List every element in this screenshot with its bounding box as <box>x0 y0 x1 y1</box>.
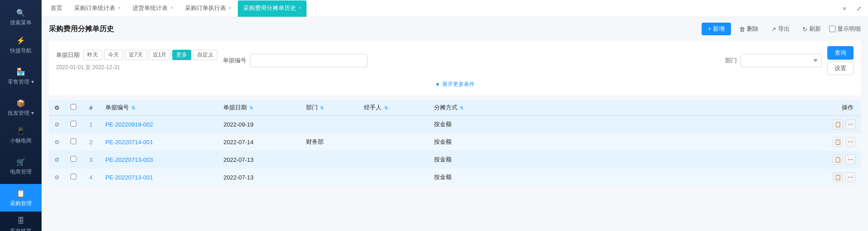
more-btn-0[interactable]: ⋯ <box>845 119 855 129</box>
tab-purchase-order-exec[interactable]: 采购订单执行表× <box>179 0 237 17</box>
date-7days-btn[interactable]: 近7天 <box>125 50 147 60</box>
export-button[interactable]: ↗ 导出 <box>767 23 794 35</box>
sidebar-item-shortcut[interactable]: ⚡快捷导航 <box>0 31 42 59</box>
view-btn-2[interactable]: 📋 <box>833 155 843 165</box>
sidebar-item-purchase[interactable]: 📋采购管理 <box>0 184 42 212</box>
row-checkbox-0[interactable] <box>65 116 82 133</box>
col-handler-header[interactable]: 经手人 ⇅ <box>359 100 429 116</box>
tabs-bar: 首页采购订单统计表×进货单统计表×采购订单执行表×采购费用分摊单历史× × ⤢ <box>42 0 868 17</box>
doc-link-2[interactable]: PE-20220713-003 <box>105 156 153 163</box>
row-num-2: 3 <box>82 151 100 169</box>
sort-split-icon: ⇅ <box>460 105 463 110</box>
row-checkbox-1[interactable] <box>65 133 82 151</box>
doc-link-1[interactable]: PE-20220714-001 <box>105 139 153 146</box>
date-more-btn[interactable]: 更多 <box>172 50 191 60</box>
date-custom-btn[interactable]: 自定义 <box>193 50 217 60</box>
doc-link-0[interactable]: PE-20220919-002 <box>105 121 153 128</box>
row-date-2: 2022-07-13 <box>218 151 301 169</box>
row-split-2: 按金额 <box>429 151 793 169</box>
filter-settings-button[interactable]: 设置 <box>827 61 854 75</box>
sidebar-item-inventory[interactable]: 🗄库存核算 <box>0 212 42 231</box>
refresh-icon: ↻ <box>802 26 807 33</box>
more-btn-3[interactable]: ⋯ <box>845 172 855 182</box>
more-btn-2[interactable]: ⋯ <box>845 155 855 165</box>
close-all-tabs-button[interactable]: × <box>839 3 850 14</box>
row-split-3: 按金额 <box>429 169 793 186</box>
add-button[interactable]: + 新增 <box>702 23 731 35</box>
sidebar-item-mini[interactable]: 📱小畅电商 <box>0 122 42 149</box>
date-1month-btn[interactable]: 近1月 <box>149 50 171 60</box>
tab-home[interactable]: 首页 <box>45 0 68 17</box>
sort-date-icon: ⇅ <box>250 105 253 110</box>
doc-link-3[interactable]: PE-20220713-001 <box>105 174 153 181</box>
tab-actions: × ⤢ <box>839 3 864 14</box>
row-gear-0[interactable]: ⚙ <box>49 116 65 133</box>
refresh-button[interactable]: ↻ 刷新 <box>798 23 826 35</box>
view-btn-3[interactable]: 📋 <box>833 172 843 182</box>
search-icon: 🔍 <box>2 8 40 18</box>
trash-icon: 🗑 <box>739 26 745 33</box>
col-num-header: # <box>82 100 100 116</box>
view-btn-0[interactable]: 📋 <box>833 119 843 129</box>
sidebar-item-ecom[interactable]: 🛒电商管理 <box>0 153 42 180</box>
tab-label-home: 首页 <box>51 4 62 12</box>
query-button[interactable]: 查询 <box>827 46 854 60</box>
query-btn-group: 查询 设置 <box>827 46 854 75</box>
show-cols-checkbox[interactable] <box>829 26 835 32</box>
sidebar-item-label: 零售管理 ▾ <box>8 79 33 85</box>
close-tab-purchase-order-stats-icon[interactable]: × <box>118 5 121 10</box>
table-row: ⚙ 1 PE-20220919-002 2022-09-19 按金额 📋 ⋯ <box>49 116 861 133</box>
row-gear-1[interactable]: ⚙ <box>49 133 65 151</box>
chevron-down-icon: ▼ <box>435 81 440 88</box>
row-num-0: 1 <box>82 116 100 133</box>
table-header-row: ⚙ # 单据编号 ⇅ 单据日期 ⇅ <box>49 100 861 116</box>
more-btn-1[interactable]: ⋯ <box>845 137 855 147</box>
date-yesterday-btn[interactable]: 昨天 <box>83 50 102 60</box>
shortcut-icon: ⚡ <box>2 36 40 46</box>
doc-no-input[interactable] <box>250 54 368 67</box>
row-handler-0 <box>359 116 429 133</box>
col-date-header[interactable]: 单据日期 ⇅ <box>218 100 301 116</box>
data-table-container: ⚙ # 单据编号 ⇅ 单据日期 ⇅ <box>49 100 861 186</box>
sidebar-item-label: 快捷导航 <box>10 47 32 54</box>
col-dept-header[interactable]: 部门 ⇅ <box>301 100 359 116</box>
action-btns-3: 📋 ⋯ <box>799 172 855 182</box>
row-docno-3: PE-20220713-001 <box>100 169 218 186</box>
tab-purchase-cost-history[interactable]: 采购费用分摊单历史× <box>238 0 307 17</box>
select-all-checkbox[interactable] <box>71 104 76 110</box>
expand-more-button[interactable]: ▼ 展开更多条件 <box>435 80 475 88</box>
tab-purchase-order-stats[interactable]: 采购订单统计表× <box>69 0 126 17</box>
sidebar-item-retail[interactable]: 🏪零售管理 ▾ <box>0 62 42 90</box>
col-docno-header[interactable]: 单据编号 ⇅ <box>100 100 218 116</box>
view-btn-1[interactable]: 📋 <box>833 137 843 147</box>
table-row: ⚙ 2 PE-20220714-001 2022-07-14 财务部 按金额 📋… <box>49 133 861 151</box>
row-actions-0: 📋 ⋯ <box>793 116 861 133</box>
data-table: ⚙ # 单据编号 ⇅ 单据日期 ⇅ <box>49 100 861 186</box>
show-cols-label[interactable]: 显示明细 <box>829 25 861 33</box>
col-settings-header[interactable]: ⚙ <box>49 100 65 116</box>
row-gear-3[interactable]: ⚙ <box>49 169 65 186</box>
ecom-icon: 🛒 <box>2 157 40 167</box>
close-tab-inbound-stats-icon[interactable]: × <box>170 5 173 10</box>
row-docno-1: PE-20220714-001 <box>100 133 218 151</box>
sidebar-item-search[interactable]: 🔍搜索菜单 <box>0 4 42 31</box>
date-quick-btns: 昨天 今天 近7天 近1月 更多 自定义 <box>83 50 217 60</box>
sidebar-item-wholesale[interactable]: 📦批发管理 ▾ <box>0 94 42 122</box>
close-tab-purchase-order-exec-icon[interactable]: × <box>229 5 231 10</box>
table-row: ⚙ 4 PE-20220713-001 2022-07-13 按金额 📋 ⋯ <box>49 169 861 186</box>
close-tab-purchase-cost-history-icon[interactable]: × <box>299 5 302 10</box>
row-dept-1: 财务部 <box>301 133 359 151</box>
row-docno-2: PE-20220713-003 <box>100 151 218 169</box>
col-checkbox-header <box>65 100 82 116</box>
date-today-btn[interactable]: 今天 <box>104 50 123 60</box>
dept-select[interactable] <box>741 54 822 67</box>
row-gear-2[interactable]: ⚙ <box>49 151 65 169</box>
purchase-icon: 📋 <box>2 189 40 198</box>
row-checkbox-2[interactable] <box>65 151 82 169</box>
fullscreen-button[interactable]: ⤢ <box>854 3 864 14</box>
filter-row-1: 单据日期 昨天 今天 近7天 近1月 更多 自定义 2022-01-01 至 2… <box>56 46 854 75</box>
row-checkbox-3[interactable] <box>65 169 82 186</box>
delete-button[interactable]: 🗑 删除 <box>735 23 763 35</box>
col-split-header[interactable]: 分摊方式 ⇅ <box>429 100 793 116</box>
tab-inbound-stats[interactable]: 进货单统计表× <box>127 0 179 17</box>
